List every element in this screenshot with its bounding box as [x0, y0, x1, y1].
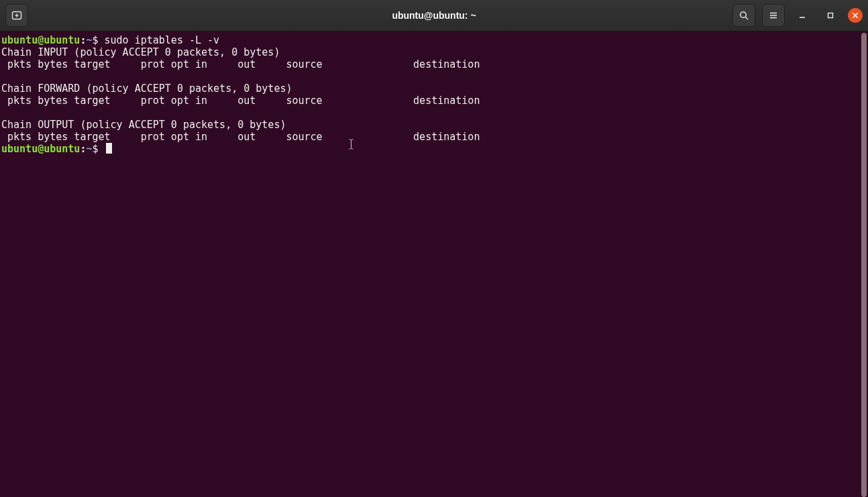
output-line: pkts bytes target prot opt in out source… [1, 131, 480, 143]
output-line: pkts bytes target prot opt in out source… [1, 95, 480, 107]
vertical-scrollbar[interactable] [861, 33, 867, 496]
prompt-userhost: ubuntu@ubuntu [1, 34, 80, 46]
scrollbar-thumb[interactable] [861, 33, 867, 497]
hamburger-menu-button[interactable] [762, 4, 785, 27]
terminal-viewport[interactable]: ubuntu@ubuntu:~$ sudo iptables -L -v Cha… [0, 32, 868, 497]
new-tab-button[interactable] [5, 4, 28, 27]
svg-line-4 [745, 17, 748, 19]
prompt-dollar: $ [92, 143, 104, 155]
maximize-button[interactable] [824, 9, 837, 22]
output-line: Chain FORWARD (policy ACCEPT 0 packets, … [1, 82, 292, 95]
output-line: pkts bytes target prot opt in out source… [1, 58, 480, 70]
command-text: sudo iptables -L -v [105, 34, 220, 46]
search-button[interactable] [733, 4, 755, 27]
svg-rect-9 [828, 13, 833, 18]
close-button[interactable] [848, 8, 863, 23]
prompt-dollar: $ [92, 34, 104, 46]
window-titlebar: ubuntu@ubuntu: ~ [0, 0, 868, 32]
minimize-button[interactable] [796, 9, 809, 22]
prompt-userhost: ubuntu@ubuntu [1, 143, 80, 155]
output-line: Chain OUTPUT (policy ACCEPT 0 packets, 0… [1, 119, 286, 131]
svg-point-3 [741, 12, 747, 18]
terminal-cursor [106, 143, 112, 154]
output-line: Chain INPUT (policy ACCEPT 0 packets, 0 … [1, 46, 280, 58]
terminal-content[interactable]: ubuntu@ubuntu:~$ sudo iptables -L -v Cha… [0, 32, 868, 155]
